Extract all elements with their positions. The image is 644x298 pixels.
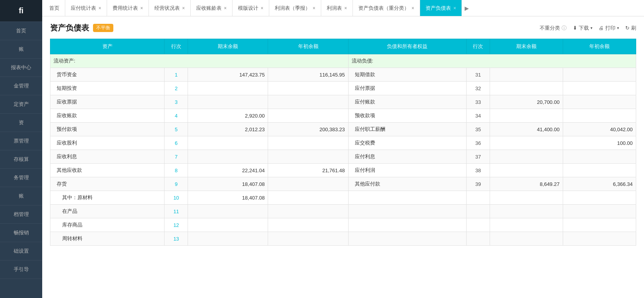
- line-number2: 37: [466, 150, 490, 164]
- sidebar-item-inventory[interactable]: 存核算: [0, 150, 42, 169]
- download-icon: ⬇: [573, 25, 577, 31]
- year-start2: [563, 205, 636, 218]
- year-start1: [268, 82, 348, 95]
- line-number1: 10: [165, 191, 188, 205]
- refresh-button[interactable]: ↻ 刷: [625, 25, 636, 32]
- section-current-assets: 流动资产: 流动负债:: [50, 54, 636, 68]
- sidebar-item-guide[interactable]: 手引导: [0, 261, 42, 279]
- sidebar-item-capital[interactable]: 资: [0, 114, 42, 132]
- end-balance1: [188, 95, 268, 109]
- year-start2: 40,042.00: [563, 123, 636, 136]
- sidebar-item-account[interactable]: 账: [0, 187, 42, 205]
- end-balance2: [490, 164, 563, 177]
- asset-label: 在产品: [50, 205, 165, 218]
- year-start1: [268, 232, 348, 246]
- asset-label: 存货: [50, 177, 165, 191]
- line-number1: 6: [165, 136, 188, 150]
- tab-income-quarterly[interactable]: 利润表（季报） ×: [269, 0, 321, 16]
- sidebar-item-cash-mgmt[interactable]: 金管理: [0, 77, 42, 95]
- tab-close-balance[interactable]: ×: [453, 5, 456, 11]
- line-number2: 39: [466, 177, 490, 191]
- sidebar-item-expense-report[interactable]: 畅报销: [0, 224, 42, 242]
- asset-label: 应收利息: [50, 150, 165, 164]
- end-balance2: 41,400.00: [490, 123, 563, 136]
- line-number2: 36: [466, 136, 490, 150]
- col-liability: 负债和所有者权益: [348, 39, 466, 54]
- sidebar-item-report-center[interactable]: 报表中心: [0, 59, 42, 77]
- tab-close-income-quarterly[interactable]: ×: [313, 5, 315, 11]
- line-number2: 35: [466, 123, 490, 136]
- table-row[interactable]: 存货 9 18,407.08 其他应付款 39 8,649.27 6,366.3…: [50, 177, 636, 191]
- tab-home[interactable]: 首页: [44, 0, 65, 16]
- year-start2: 6,366.34: [563, 177, 636, 191]
- end-balance1: 2,920.00: [188, 109, 268, 123]
- table-row[interactable]: 应收利息 7 应付利息 37: [50, 150, 636, 164]
- table-row[interactable]: 周转材料 13: [50, 232, 636, 246]
- end-balance2: 20,700.00: [490, 95, 563, 109]
- col-end-balance1: 期末余额: [188, 39, 268, 54]
- tab-close-template-design[interactable]: ×: [261, 5, 263, 11]
- line-number1: 2: [165, 82, 188, 95]
- sidebar-item-ledger[interactable]: 账: [0, 40, 42, 59]
- tab-scroll-right[interactable]: ▶: [462, 0, 471, 16]
- tab-close-income[interactable]: ×: [344, 5, 347, 11]
- sidebar-item-expense-mgmt[interactable]: 务管理: [0, 169, 42, 187]
- download-button[interactable]: ⬇ 下载 ▾: [573, 25, 592, 32]
- end-balance1: 22,241.04: [188, 164, 268, 177]
- table-header-row: 资产 行次 期末余额 年初余额 负债和所有者权益 行次 期末余额 年初余额: [50, 39, 636, 54]
- table-row[interactable]: 库存商品 12: [50, 218, 636, 232]
- line-number1: 5: [165, 123, 188, 136]
- line-number1: 7: [165, 150, 188, 164]
- main-area: 首页 应付统计表 × 费用统计表 × 经营状况表 × 应收账龄表 × 模版设计 …: [42, 0, 644, 298]
- end-balance1: [188, 218, 268, 232]
- year-start2: 100.00: [563, 136, 636, 150]
- table-row[interactable]: 短期投资 2 应付票据 32: [50, 82, 636, 95]
- tab-payable-stats[interactable]: 应付统计表 ×: [65, 0, 107, 16]
- liability-label: [348, 205, 466, 218]
- table-row[interactable]: 在产品 11: [50, 205, 636, 218]
- tab-close-balance-reclassified[interactable]: ×: [411, 5, 414, 11]
- asset-label: 应收票据: [50, 95, 165, 109]
- tab-expense-stats[interactable]: 费用统计表 ×: [107, 0, 149, 16]
- asset-label: 货币资金: [50, 68, 165, 82]
- tab-income[interactable]: 利润表 ×: [321, 0, 353, 16]
- table-row[interactable]: 货币资金 1 147,423.75 116,145.95 短期借款 31: [50, 68, 636, 82]
- tab-template-design[interactable]: 模版设计 ×: [233, 0, 269, 16]
- table-row[interactable]: 应收票据 3 应付账款 33 20,700.00: [50, 95, 636, 109]
- line-number1: 3: [165, 95, 188, 109]
- non-classify-option[interactable]: 不重分类 ⓘ: [540, 25, 567, 32]
- table-row[interactable]: 其他应收款 8 22,241.04 21,761.48 应付利润 38: [50, 164, 636, 177]
- tab-operation-status[interactable]: 经营状况表 ×: [149, 0, 191, 16]
- year-start1: [268, 218, 348, 232]
- table-row[interactable]: 应收账款 4 2,920.00 预收款项 34: [50, 109, 636, 123]
- end-balance1: [188, 82, 268, 95]
- year-start1: [268, 177, 348, 191]
- sidebar-item-invoice-mgmt[interactable]: 票管理: [0, 132, 42, 150]
- table-row[interactable]: 预付款项 5 2,012.23 200,383.23 应付职工薪酬 35 41,…: [50, 123, 636, 136]
- sidebar-item-archive[interactable]: 档管理: [0, 205, 42, 224]
- print-button[interactable]: 🖨 打印 ▾: [599, 25, 619, 32]
- end-balance1: 2,012.23: [188, 123, 268, 136]
- col-end-balance2: 期末余额: [490, 39, 563, 54]
- tab-close-payable-stats[interactable]: ×: [98, 5, 101, 11]
- line-number2: [466, 232, 490, 246]
- tab-close-operation-status[interactable]: ×: [182, 5, 185, 11]
- refresh-icon: ↻: [625, 25, 630, 31]
- sidebar-item-basic-settings[interactable]: 础设置: [0, 242, 42, 261]
- tab-balance[interactable]: 资产负债表 ×: [420, 0, 462, 16]
- table-row[interactable]: 其中：原材料 10 18,407.08: [50, 191, 636, 205]
- tab-receivable-aging[interactable]: 应收账龄表 ×: [191, 0, 233, 16]
- help-icon[interactable]: ⓘ: [562, 25, 567, 32]
- asset-label: 其他应收款: [50, 164, 165, 177]
- table-row[interactable]: 应收股利 6 应交税费 36 100.00: [50, 136, 636, 150]
- tab-close-receivable-aging[interactable]: ×: [224, 5, 227, 11]
- end-balance1: 18,407.08: [188, 191, 268, 205]
- sidebar-item-fixed-assets[interactable]: 定资产: [0, 95, 42, 114]
- sidebar-item-home[interactable]: 首页: [0, 22, 42, 40]
- end-balance2: [490, 218, 563, 232]
- tab-balance-reclassified[interactable]: 资产负债表（重分类） ×: [353, 0, 420, 16]
- asset-label: 应收账款: [50, 109, 165, 123]
- tab-close-expense-stats[interactable]: ×: [140, 5, 143, 11]
- year-start2: [563, 232, 636, 246]
- liability-label: 应付利息: [348, 150, 466, 164]
